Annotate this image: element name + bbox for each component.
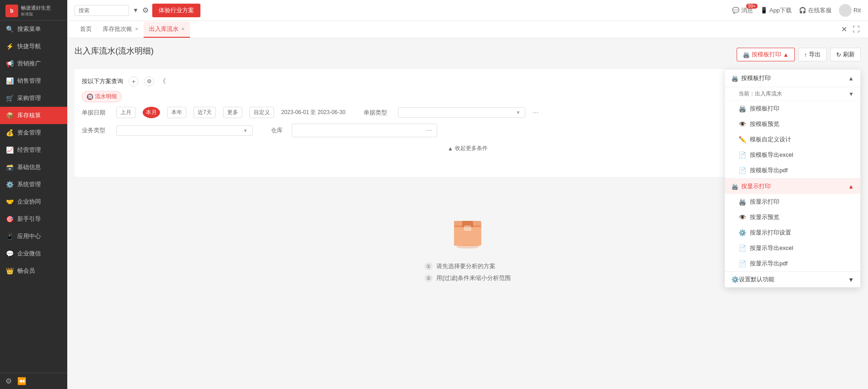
trial-button[interactable]: 体验行业方案 — [152, 4, 200, 17]
sidebar-item-label: 采购管理 — [17, 94, 41, 102]
print-footer-label: 设置默认功能 — [739, 275, 774, 284]
print-template-button[interactable]: 🖨️ 按模板打印 ▲ — [737, 48, 795, 61]
export-icon: ↑ — [804, 51, 808, 58]
display-pdf-item[interactable]: 📄 按显示导出pdf — [725, 256, 860, 271]
print-template-label: 按模板打印 — [752, 50, 781, 59]
collapse-conditions-button[interactable]: ▲ 收起更多条件 — [448, 145, 488, 152]
filter-collapse-button[interactable]: 《 — [160, 77, 166, 85]
sidebar-item-wecom[interactable]: 💬 企业微信 — [0, 245, 67, 262]
display-pdf-label: 按显示导出pdf — [750, 259, 788, 268]
biztype-select[interactable]: ▼ — [116, 125, 253, 136]
type-more-btn[interactable]: ··· — [533, 109, 539, 117]
sidebar-item-member[interactable]: 👑 畅会员 — [0, 262, 67, 279]
filter-tag-icon: 🔄 — [87, 94, 93, 100]
biztype-dropdown-icon: ▼ — [243, 128, 248, 133]
print-dropdown-close-icon[interactable]: ▲ — [848, 75, 854, 82]
megaphone-icon: 📢 — [5, 60, 14, 67]
tab-home[interactable]: 首页 — [75, 21, 97, 38]
user-avatar — [839, 4, 852, 17]
message-button[interactable]: 💬 消息 99+ — [732, 6, 753, 15]
tab-batch-close[interactable]: × — [135, 26, 138, 32]
topbar-gear-icon[interactable]: ⚙ — [142, 6, 149, 15]
step-2-label: 用[过滤]条件来缩小分析范围 — [436, 274, 510, 282]
user-name: Rit — [853, 7, 861, 14]
sidebar-item-enterprise[interactable]: 🤝 企业协同 — [0, 193, 67, 210]
sidebar-item-system[interactable]: ⚙️ 系统管理 — [0, 176, 67, 193]
topbar-dropdown-icon[interactable]: ▼ — [133, 7, 139, 14]
display-preview-item[interactable]: 👁️ 按显示预览 — [725, 209, 860, 225]
message-badge: 99+ — [746, 4, 758, 9]
template-pdf-label: 按模板导出pdf — [750, 166, 788, 175]
filter-add-button[interactable]: + — [129, 76, 139, 86]
gear-icon: ⚙️ — [5, 181, 14, 188]
print-current-row[interactable]: 当前：出入库流水 ▼ — [725, 87, 860, 101]
date-this-year-btn[interactable]: 本年 — [167, 107, 186, 118]
type-select[interactable]: ▼ — [398, 107, 525, 118]
sidebar-item-label: 应用中心 — [17, 232, 41, 240]
settings-footer-icon[interactable]: ⚙ — [5, 377, 12, 385]
date-more-btn[interactable]: 更多 — [223, 107, 242, 118]
display-excel-item[interactable]: 📄 按显示导出excel — [725, 240, 860, 256]
sidebar-item-appstore[interactable]: 📱 应用中心 — [0, 228, 67, 245]
template-pdf-item[interactable]: 📄 按模板导出pdf — [725, 163, 860, 178]
lightning-icon: ⚡ — [5, 43, 14, 50]
sidebar-item-sales[interactable]: 📊 销售管理 — [0, 72, 67, 90]
sidebar-item-label: 快捷导航 — [17, 42, 41, 50]
headset-icon: 🎧 — [799, 7, 806, 14]
display-settings-label: 按显示打印设置 — [750, 229, 791, 237]
template-design-item[interactable]: ✏️ 模板自定义设计 — [725, 132, 860, 147]
date-7days-btn[interactable]: 近7天 — [194, 107, 216, 118]
refresh-button[interactable]: ↻ 刷新 — [830, 48, 861, 61]
tab-close-all-button[interactable]: ✕ — [840, 24, 848, 35]
empty-step-1: ① 请先选择要分析的方案 — [424, 262, 510, 270]
warehouse-select[interactable]: ··· — [292, 124, 437, 137]
tab-expand-button[interactable]: ⛶ — [852, 25, 861, 35]
display-print-label: 按显示打印 — [750, 198, 779, 206]
display-excel-icon: 📄 — [738, 244, 746, 252]
date-custom-btn[interactable]: 自定义 — [249, 107, 274, 118]
date-last-month-btn[interactable]: 上月 — [116, 107, 135, 118]
sidebar-item-label: 库存核算 — [17, 111, 41, 120]
database-icon: 🗃️ — [5, 164, 14, 171]
filter-tag[interactable]: 🔄 流水明细 — [82, 91, 122, 102]
sidebar-item-label: 基础信息 — [17, 163, 41, 171]
step-1-label: 请先选择要分析的方案 — [436, 262, 495, 270]
date-this-month-btn[interactable]: 本月 — [143, 107, 160, 118]
sidebar-item-inventory[interactable]: 📦 库存核算 — [0, 107, 67, 124]
customer-service-button[interactable]: 🎧 在线客服 — [799, 6, 832, 15]
template-section: 🖨️ 按模板打印 👁️ 按模板预览 ✏️ 模板自定义设计 📄 — [725, 101, 860, 179]
page-title: 出入库流水(流水明细) — [75, 45, 154, 56]
sidebar-item-finance[interactable]: 💰 资金管理 — [0, 124, 67, 141]
logo-text: 畅捷通好生意 — [21, 5, 51, 11]
target-icon: 🎯 — [5, 215, 14, 223]
sidebar-item-search[interactable]: 🔍 搜索菜单 — [0, 20, 67, 38]
filter-search-label: 按以下方案查询 — [82, 77, 123, 85]
template-print-item[interactable]: 🖨️ 按模板打印 — [725, 101, 860, 116]
chart-icon: 📊 — [5, 77, 14, 85]
sidebar-item-operations[interactable]: 📈 经营管理 — [0, 141, 67, 159]
print-footer[interactable]: ⚙️ 设置默认功能 ▼ — [725, 272, 860, 287]
topbar-search-input[interactable] — [75, 5, 129, 16]
tab-batch[interactable]: 库存批次账 × — [97, 21, 144, 38]
sidebar-item-quicknav[interactable]: ⚡ 快捷导航 — [0, 38, 67, 55]
app-download-button[interactable]: 📱 App下载 — [760, 6, 792, 15]
user-avatar-area[interactable]: Rit — [839, 4, 861, 17]
tab-flow-close[interactable]: × — [181, 26, 185, 32]
sidebar-item-base[interactable]: 🗃️ 基础信息 — [0, 159, 67, 176]
sidebar-item-purchase[interactable]: 🛒 采购管理 — [0, 90, 67, 107]
sidebar-item-marketing[interactable]: 📢 营销推广 — [0, 55, 67, 72]
date-label: 单据日期 — [82, 109, 109, 117]
collapse-sidebar-icon[interactable]: ⏪ — [17, 377, 26, 385]
sidebar-item-guide[interactable]: 🎯 新手引导 — [0, 210, 67, 228]
template-preview-item[interactable]: 👁️ 按模板预览 — [725, 116, 860, 132]
display-section-header[interactable]: 🖨️ 按显示打印 ▲ — [725, 179, 860, 194]
export-button[interactable]: ↑ 导出 — [798, 48, 827, 61]
sidebar-item-label: 经营管理 — [17, 146, 41, 154]
printer-icon: 🖨️ — [743, 51, 750, 58]
filter-settings-button[interactable]: ⚙ — [144, 76, 154, 86]
template-excel-item[interactable]: 📄 按模板导出excel — [725, 147, 860, 163]
display-settings-item[interactable]: ⚙️ 按显示打印设置 — [725, 225, 860, 240]
tab-flow[interactable]: 出入库流水 × — [144, 21, 190, 38]
type-label: 单据类型 — [364, 109, 391, 117]
display-print-item[interactable]: 🖨️ 按显示打印 — [725, 194, 860, 209]
